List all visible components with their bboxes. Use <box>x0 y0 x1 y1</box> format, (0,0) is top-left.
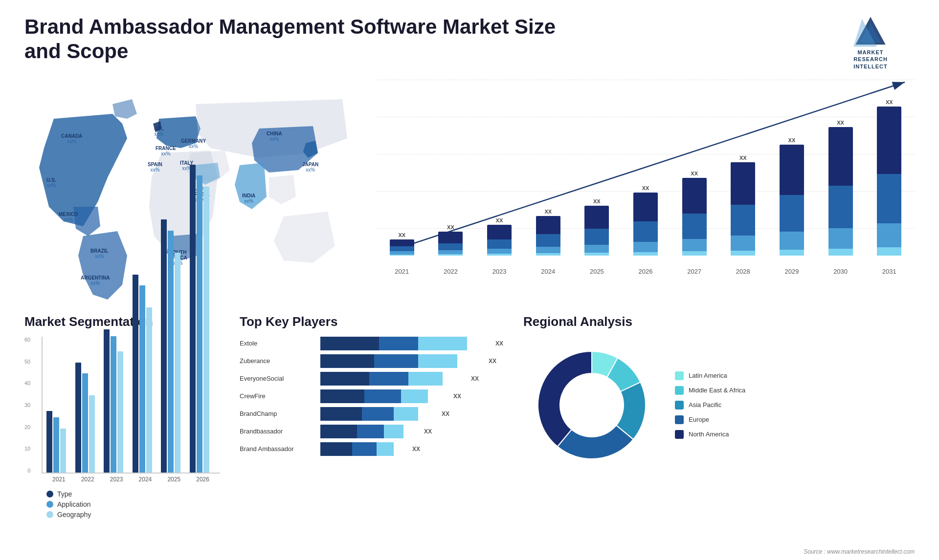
player-xx-5: XX <box>424 428 432 435</box>
bar-segment-10-3 <box>877 247 901 255</box>
label-india: INDIAxx% <box>242 193 255 204</box>
player-bar-3 <box>320 389 449 403</box>
label-china: CHINAxx% <box>267 131 282 142</box>
player-bar-seg-4-1 <box>362 407 394 421</box>
player-bar-seg-0-2 <box>418 337 467 350</box>
bar-segment-3-3 <box>536 253 560 256</box>
player-name-0: Extole <box>240 340 315 347</box>
seg-bar-4-2 <box>175 253 180 473</box>
label-france: FRANCExx% <box>156 146 176 156</box>
bar-chart: XXXXXXXXXXXXXXXXXXXXXX 20212022202320242… <box>377 80 915 280</box>
player-name-4: BrandChamp <box>240 410 315 417</box>
stacked-bar-4 <box>584 206 609 256</box>
bar-xx-label-2: XX <box>496 217 503 223</box>
stacked-bar-7 <box>731 162 755 256</box>
bar-segment-1-0 <box>438 232 463 243</box>
bar-group-6: XX <box>671 171 717 256</box>
bar-chart-wrapper: XXXXXXXXXXXXXXXXXXXXXX <box>377 80 915 265</box>
player-bar-seg-0-1 <box>379 337 418 350</box>
bar-xx-label-3: XX <box>544 209 552 215</box>
bar-x-label-5: 2026 <box>623 268 669 275</box>
bar-x-label-9: 2030 <box>818 268 864 275</box>
players-title: Top Key Players <box>240 314 514 329</box>
player-bar-seg-5-0 <box>320 425 357 438</box>
y-label-10: 10 <box>24 446 30 452</box>
bar-xx-label-1: XX <box>447 224 454 230</box>
player-xx-0: XX <box>495 340 503 347</box>
donut-segment-4 <box>538 351 592 447</box>
player-bar-5 <box>320 425 420 438</box>
regional-legend-label-0: Latin America <box>689 372 727 379</box>
players-section: Top Key Players ExtoleXXZuberanceXXEvery… <box>230 314 514 549</box>
bar-segment-2-1 <box>487 239 512 249</box>
player-xx-2: XX <box>471 375 479 382</box>
seg-chart-container: 60 50 40 30 20 10 0 20212022202320242025… <box>24 337 220 518</box>
player-bar-2 <box>320 372 467 386</box>
logo: MARKET RESEARCH INTELLECT <box>827 15 915 70</box>
stacked-bar-10 <box>877 107 901 256</box>
y-label-30: 30 <box>24 402 30 408</box>
bar-segment-4-2 <box>584 245 609 253</box>
bar-segment-4-0 <box>584 206 609 229</box>
seg-bar-5-0 <box>190 165 196 473</box>
label-argentina: ARGENTINAxx% <box>81 275 110 286</box>
regional-legend-item-3: Europe <box>675 415 745 424</box>
stacked-bar-3 <box>536 216 560 256</box>
player-bar-container-3: XX <box>320 389 514 403</box>
bar-group-8: XX <box>769 137 815 256</box>
logo-text: MARKET RESEARCH INTELLECT <box>853 49 888 70</box>
legend-label-0: Type <box>57 490 72 498</box>
stacked-bar-5 <box>633 193 658 256</box>
player-bar-seg-2-2 <box>408 372 443 386</box>
seg-bars <box>42 337 220 474</box>
donut-chart <box>523 337 660 474</box>
player-xx-4: XX <box>442 410 449 417</box>
seg-bar-2-2 <box>117 351 123 473</box>
player-bar-seg-3-2 <box>401 389 428 403</box>
bar-segment-5-3 <box>633 252 658 256</box>
player-bar-1 <box>320 354 485 368</box>
player-bar-seg-4-2 <box>394 407 418 421</box>
player-bar-container-0: XX <box>320 337 514 350</box>
stacked-bar-1 <box>438 232 463 256</box>
y-label-40: 40 <box>24 380 30 386</box>
bar-xx-label-10: XX <box>886 99 893 105</box>
seg-bar-5-1 <box>197 175 202 473</box>
player-bar-seg-1-1 <box>374 354 418 368</box>
bar-segment-9-1 <box>828 186 853 228</box>
legend-item-0: Type <box>46 490 220 498</box>
seg-bar-group-1 <box>75 363 102 473</box>
seg-bar-group-2 <box>104 329 131 473</box>
player-xx-1: XX <box>489 358 496 365</box>
bar-x-label-8: 2029 <box>769 268 815 275</box>
bar-segment-8-0 <box>780 145 804 195</box>
regional-chart: Latin AmericaMiddle East & AfricaAsia Pa… <box>523 337 915 474</box>
bar-segment-0-1 <box>390 246 414 251</box>
bar-group-5: XX <box>623 185 669 256</box>
bar-segment-6-0 <box>682 178 707 214</box>
bar-x-labels: 2021202220232024202520262027202820292030… <box>377 268 915 275</box>
bar-segment-5-0 <box>633 193 658 221</box>
bar-segment-7-3 <box>731 251 755 256</box>
bar-x-label-2: 2023 <box>476 268 522 275</box>
bar-x-label-4: 2025 <box>574 268 620 275</box>
source-text: Source : www.marketresearchintellect.com <box>804 548 915 555</box>
regional-legend-label-1: Middle East & Africa <box>689 387 745 394</box>
player-row-1: ZuberanceXX <box>240 354 514 368</box>
player-bar-seg-6-2 <box>377 442 394 456</box>
bar-segment-7-0 <box>731 162 755 205</box>
seg-bar-2-1 <box>111 336 116 473</box>
y-label-0: 0 <box>27 468 30 474</box>
legend-dot-0 <box>46 491 53 497</box>
bar-segment-4-1 <box>584 229 609 245</box>
content-area: CANADAxx% U.S.xx% MEXICOxx% BRAZILxx% AR… <box>24 80 915 304</box>
player-bar-seg-5-1 <box>357 425 384 438</box>
regional-legend-dot-1 <box>675 386 684 395</box>
bar-xx-label-8: XX <box>788 137 796 143</box>
page-container: Brand Ambassador Management Software Mar… <box>0 0 939 560</box>
bar-segment-1-2 <box>438 250 463 254</box>
regional-legend-item-0: Latin America <box>675 371 745 380</box>
label-japan: JAPANxx% <box>302 162 318 172</box>
bar-xx-label-4: XX <box>593 198 601 204</box>
seg-bar-1-1 <box>82 373 88 473</box>
